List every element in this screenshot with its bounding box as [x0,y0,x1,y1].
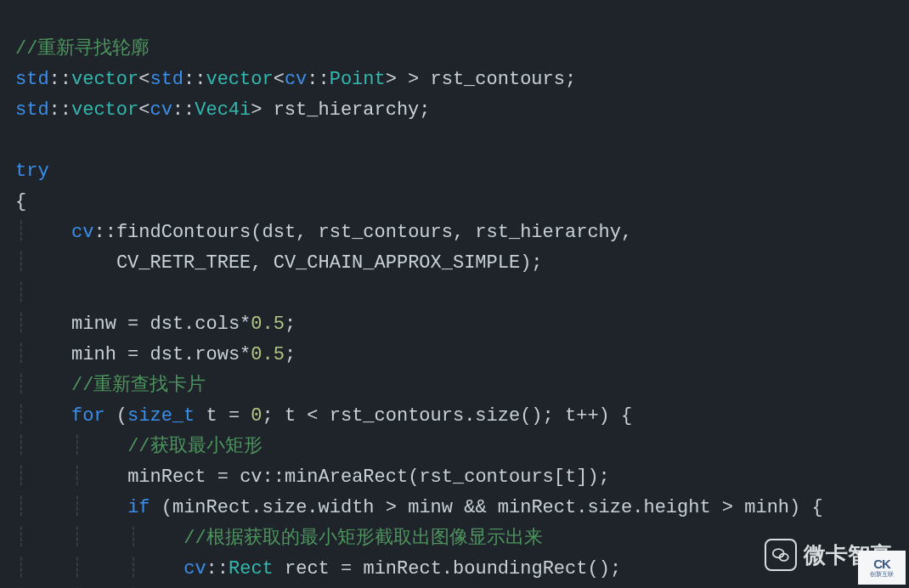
corner-logo-big: CK [873,557,890,572]
code-line: ┊ CV_RETR_TREE, CV_CHAIN_APPROX_SIMPLE); [15,252,543,274]
code-line: ┊ ┊ ┊ //根据获取的最小矩形截取出图像显示出来 [15,528,543,549]
code-line: ┊ for (size_t t = 0; t < rst_contours.si… [15,405,632,427]
corner-logo: CK 创新互联 [858,551,906,585]
code-line: { [15,191,26,212]
comment: //重新寻找轮廓 [15,38,150,59]
code-line: std::vector<cv::Vec4i> rst_hierarchy; [15,99,431,121]
code-line: ┊ [15,283,26,304]
code-line: ┊ cv::findContours(dst, rst_contours, rs… [15,222,632,243]
code-line: ┊ minh = dst.rows*0.5; [15,344,296,365]
code-line: ┊ //重新查找卡片 [15,375,206,396]
wechat-icon [765,539,797,571]
code-line [15,130,26,151]
code-line: ┊ ┊ if (minRect.size.width > minw && min… [15,497,823,518]
code-line: //重新寻找轮廓 [15,38,150,59]
code-line: try [15,161,49,182]
comment: //获取最小矩形 [127,436,262,457]
code-line: ┊ ┊ minRect = cv::minAreaRect(rst_contou… [15,466,610,488]
corner-logo-small: 创新互联 [870,571,894,578]
code-line: ┊ minw = dst.cols*0.5; [15,314,296,335]
code-line: ┊ ┊ ┊ cv::Rect rect = minRect.boundingRe… [15,558,621,580]
comment: //重新查找卡片 [71,375,206,396]
comment: //根据获取的最小矩形截取出图像显示出来 [183,528,542,549]
code-line: ┊ ┊ //获取最小矩形 [15,436,263,457]
code-editor: //重新寻找轮廓 std::vector<std::vector<cv::Poi… [0,0,909,588]
code-line: std::vector<std::vector<cv::Point> > rst… [15,69,576,90]
